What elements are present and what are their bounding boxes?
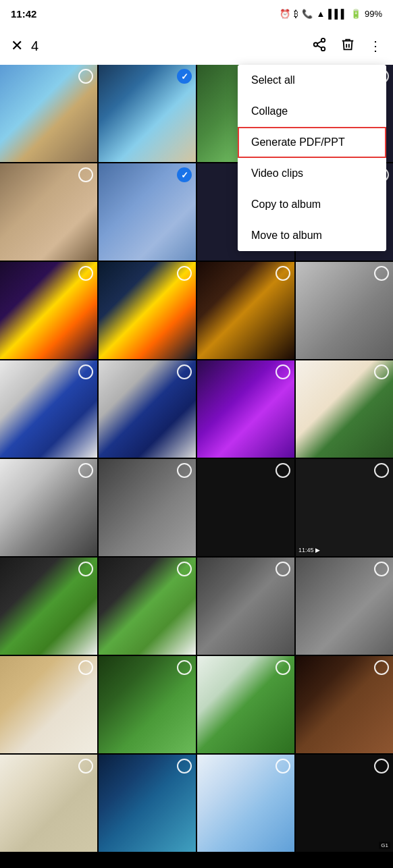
battery-icon: 🔋 [350, 9, 361, 19]
photo-checkbox[interactable] [276, 759, 290, 774]
photo-cell[interactable] [0, 262, 97, 359]
svg-point-0 [321, 38, 325, 42]
dropdown-item-select-all[interactable]: Select all [238, 65, 386, 96]
wifi-icon: ▲ [316, 9, 325, 19]
action-bar-right: ⋮ [312, 37, 382, 55]
photo-checkbox[interactable] [374, 463, 389, 478]
photo-checkbox[interactable] [177, 463, 192, 478]
status-icons: ⏰ ₿ 📞 ▲ ▌▌▌ 🔋 99% [280, 9, 382, 19]
timestamp: 11:45 ▶ [298, 547, 320, 553]
photo-checkbox[interactable] [276, 266, 290, 281]
photo-checkbox[interactable] [177, 660, 192, 675]
photo-checkbox[interactable] [276, 364, 290, 379]
delete-button[interactable] [340, 37, 355, 55]
photo-cell[interactable] [0, 755, 97, 852]
photo-cell[interactable] [0, 656, 97, 753]
svg-point-2 [321, 47, 325, 51]
photo-checkbox[interactable] [177, 167, 192, 182]
photo-cell[interactable] [99, 262, 196, 359]
photo-checkbox[interactable] [177, 364, 192, 379]
dropdown-item-collage[interactable]: Collage [238, 96, 386, 127]
photo-checkbox[interactable] [374, 364, 389, 379]
dropdown-item-move-album[interactable]: Move to album [238, 220, 386, 251]
photo-cell[interactable] [0, 360, 97, 458]
call-icon: 📞 [302, 9, 313, 19]
photo-checkbox[interactable] [374, 660, 389, 675]
photo-checkbox[interactable] [177, 562, 192, 576]
share-button[interactable] [312, 37, 327, 55]
photo-checkbox[interactable] [78, 167, 93, 182]
photo-cell[interactable] [0, 558, 97, 655]
photo-checkbox[interactable] [78, 463, 93, 478]
photo-cell[interactable] [296, 558, 393, 655]
photo-cell[interactable] [0, 163, 97, 261]
photo-cell[interactable] [197, 459, 294, 556]
action-bar-left: ✕ 4 [11, 37, 312, 55]
photo-cell[interactable] [197, 755, 294, 852]
photo-cell[interactable] [296, 656, 393, 753]
photo-checkbox[interactable] [78, 364, 93, 379]
photo-checkbox[interactable] [78, 266, 93, 281]
photo-checkbox[interactable] [78, 759, 93, 774]
bluetooth-icon: ₿ [294, 9, 298, 19]
status-bar: 11:42 ⏰ ₿ 📞 ▲ ▌▌▌ 🔋 99% [0, 0, 393, 27]
photo-cell[interactable] [197, 262, 294, 359]
photo-cell[interactable] [197, 360, 294, 458]
photo-checkbox[interactable] [78, 660, 93, 675]
photo-checkbox[interactable] [276, 562, 290, 576]
alarm-icon: ⏰ [280, 9, 290, 19]
photo-checkbox[interactable] [78, 562, 93, 576]
photo-cell[interactable] [0, 65, 97, 162]
photo-checkbox[interactable] [78, 69, 93, 84]
dropdown-item-copy-album[interactable]: Copy to album [238, 189, 386, 220]
photo-checkbox[interactable] [177, 266, 192, 281]
photo-checkbox[interactable] [276, 463, 290, 478]
photo-cell[interactable] [296, 360, 393, 458]
photo-checkbox[interactable] [374, 266, 389, 281]
action-bar: ✕ 4 ⋮ [0, 27, 393, 65]
more-options-button[interactable]: ⋮ [369, 38, 382, 54]
photo-cell[interactable] [0, 459, 97, 556]
photo-cell[interactable] [197, 558, 294, 655]
close-button[interactable]: ✕ [11, 37, 23, 55]
dropdown-menu: Select allCollageGenerate PDF/PPTVideo c… [238, 65, 386, 251]
signal-icon: ▌▌▌ [328, 9, 347, 19]
svg-line-4 [317, 40, 321, 43]
home-indicator [156, 860, 237, 863]
photo-checkbox[interactable] [276, 660, 290, 675]
photo-cell[interactable] [99, 656, 196, 753]
dropdown-item-video-clips[interactable]: Video clips [238, 158, 386, 189]
photo-cell[interactable] [99, 755, 196, 852]
photo-cell[interactable] [99, 65, 196, 162]
photo-cell[interactable]: G1 [296, 755, 393, 852]
svg-line-3 [317, 45, 321, 48]
battery-percent: 99% [365, 9, 382, 19]
status-time: 11:42 [11, 8, 36, 20]
selection-count: 4 [31, 38, 38, 54]
photo-cell[interactable] [197, 656, 294, 753]
photo-cell[interactable] [99, 360, 196, 458]
photo-cell[interactable]: 11:45 ▶ [296, 459, 393, 556]
dropdown-item-generate-pdf[interactable]: Generate PDF/PPT [238, 127, 386, 158]
photo-cell[interactable] [99, 558, 196, 655]
photo-checkbox[interactable] [177, 759, 192, 774]
watermark: G1 [379, 842, 390, 849]
photo-cell[interactable] [296, 262, 393, 359]
photo-checkbox[interactable] [374, 562, 389, 576]
photo-checkbox[interactable] [374, 759, 389, 774]
photo-checkbox[interactable] [177, 69, 192, 84]
svg-point-1 [314, 43, 318, 47]
photo-cell[interactable] [99, 459, 196, 556]
photo-cell[interactable] [99, 163, 196, 261]
